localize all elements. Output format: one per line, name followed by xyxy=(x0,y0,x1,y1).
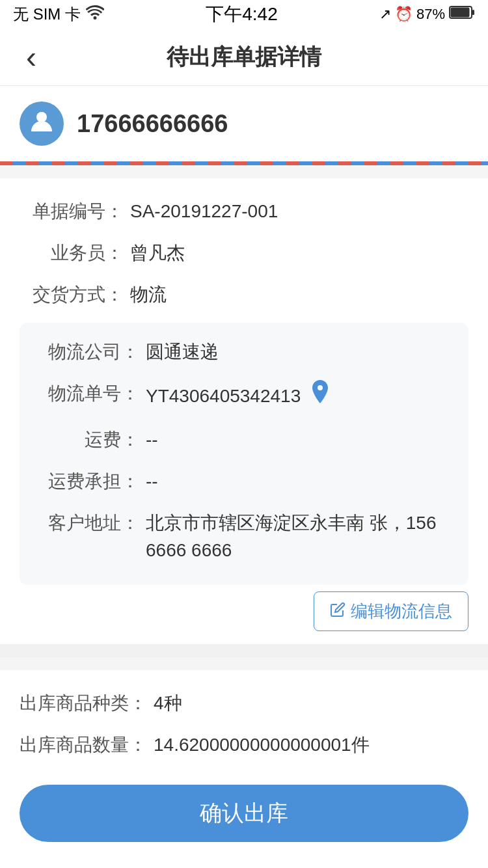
company-value: 圆通速递 xyxy=(146,338,453,366)
status-right: ↗ ⏰ 87% xyxy=(379,5,475,23)
dashed-divider xyxy=(0,161,488,165)
freight-bearer-value: -- xyxy=(146,468,453,495)
freight-bearer-label: 运费承担： xyxy=(35,468,139,495)
category-value: 4种 xyxy=(154,690,468,717)
delivery-row: 交货方式： 物流 xyxy=(20,281,468,308)
user-icon xyxy=(29,108,55,140)
tracking-location-icon[interactable] xyxy=(310,380,331,412)
salesperson-value: 曾凡杰 xyxy=(130,239,468,267)
category-row: 出库商品种类： 4种 xyxy=(20,690,468,717)
customer-header: 17666666666 xyxy=(0,86,488,161)
confirm-outbound-button[interactable]: 确认出库 xyxy=(20,785,468,842)
tracking-label: 物流单号： xyxy=(35,380,139,407)
address-value: 北京市市辖区海淀区永丰南 张，156 6666 6666 xyxy=(146,509,453,564)
carrier-label: 无 SIM 卡 xyxy=(13,4,81,25)
freight-row: 运费： -- xyxy=(35,426,453,454)
nav-bar: ‹ 待出库单据详情 xyxy=(0,29,488,86)
page-title: 待出库单据详情 xyxy=(167,42,321,72)
company-label: 物流公司： xyxy=(35,338,139,366)
tracking-value: YT4306405342413 xyxy=(146,383,301,410)
delivery-label: 交货方式： xyxy=(20,281,124,308)
time-label: 下午4:42 xyxy=(206,2,278,27)
company-row: 物流公司： 圆通速递 xyxy=(35,338,453,366)
document-label: 单据编号： xyxy=(20,198,124,225)
delivery-value: 物流 xyxy=(130,281,468,308)
tracking-row: 物流单号： YT4306405342413 xyxy=(35,380,453,412)
freight-bearer-row: 运费承担： -- xyxy=(35,468,453,495)
avatar xyxy=(20,102,64,146)
edit-icon xyxy=(330,602,346,621)
quantity-value: 14.62000000000000001件 xyxy=(154,731,468,759)
wifi-icon xyxy=(86,5,104,23)
svg-rect-2 xyxy=(472,10,475,15)
battery-icon xyxy=(449,5,475,23)
svg-rect-1 xyxy=(451,8,470,18)
status-bar: 无 SIM 卡 下午4:42 ↗ ⏰ 87% xyxy=(0,0,488,29)
document-row: 单据编号： SA-20191227-001 xyxy=(20,198,468,225)
back-button[interactable]: ‹ xyxy=(20,33,43,81)
category-label: 出库商品种类： xyxy=(20,690,147,717)
edit-logistics-button[interactable]: 编辑物流信息 xyxy=(314,591,468,631)
freight-value: -- xyxy=(146,426,453,454)
tracking-value-container: YT4306405342413 xyxy=(146,380,453,412)
salesperson-label: 业务员： xyxy=(20,239,124,267)
battery-label: 87% xyxy=(416,6,445,23)
freight-label: 运费： xyxy=(35,426,139,454)
confirm-button-label: 确认出库 xyxy=(200,798,288,828)
salesperson-row: 业务员： 曾凡杰 xyxy=(20,239,468,267)
section-divider xyxy=(0,644,488,657)
svg-point-3 xyxy=(36,112,47,122)
edit-logistics-label: 编辑物流信息 xyxy=(351,600,452,623)
logistics-card: 物流公司： 圆通速递 物流单号： YT4306405342413 运费： -- … xyxy=(20,323,468,585)
quantity-label: 出库商品数量： xyxy=(20,731,147,759)
document-value: SA-20191227-001 xyxy=(130,198,468,225)
basic-info-section: 单据编号： SA-20191227-001 业务员： 曾凡杰 交货方式： 物流 … xyxy=(0,178,488,644)
quantity-row: 出库商品数量： 14.62000000000000001件 xyxy=(20,731,468,759)
bottom-area: 确认出库 xyxy=(0,772,488,868)
customer-phone: 17666666666 xyxy=(77,110,228,138)
address-row: 客户地址： 北京市市辖区海淀区永丰南 张，156 6666 6666 xyxy=(35,509,453,564)
edit-button-row: 编辑物流信息 xyxy=(20,585,468,631)
location-status-icon: ↗ xyxy=(379,6,391,23)
status-left: 无 SIM 卡 xyxy=(13,4,104,25)
alarm-icon: ⏰ xyxy=(395,6,413,23)
address-label: 客户地址： xyxy=(35,509,139,537)
